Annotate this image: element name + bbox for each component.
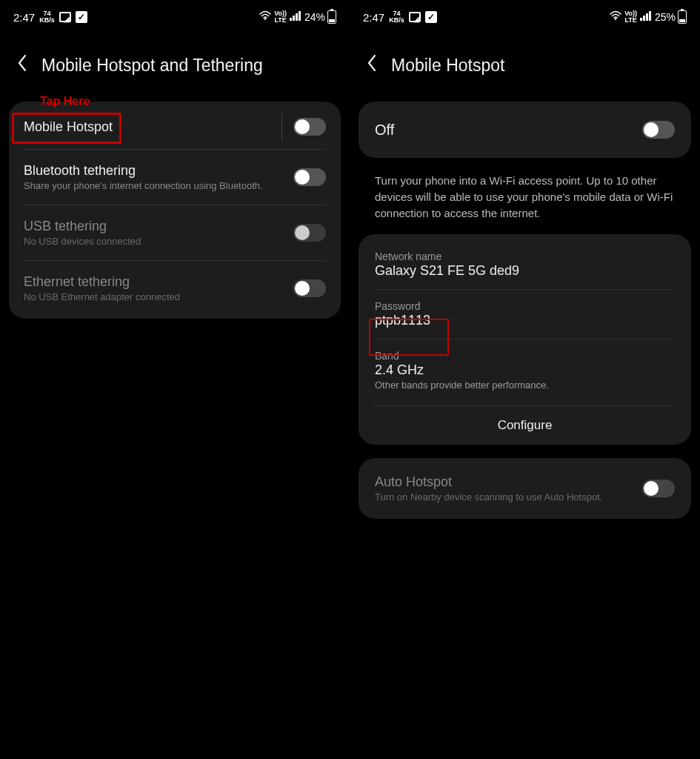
svg-rect-2 — [293, 16, 295, 21]
auto-hotspot-title: Auto Hotspot — [375, 474, 642, 490]
toggle-hotspot[interactable] — [642, 121, 675, 139]
row-title: USB tethering — [24, 219, 293, 234]
status-time: 2:47 — [363, 11, 384, 24]
image-icon — [59, 12, 71, 22]
network-card: Network name Galaxy S21 FE 5G ded9 Passw… — [359, 234, 691, 445]
row-mobile-hotspot[interactable]: Mobile Hotspot — [24, 105, 326, 150]
hotspot-toggle-card: Off — [359, 102, 691, 158]
svg-rect-6 — [640, 18, 642, 21]
check-icon: ✓ — [76, 11, 87, 23]
battery-percent: 25% — [655, 11, 676, 23]
svg-rect-4 — [299, 11, 301, 21]
settings-card: Mobile Hotspot Bluetooth tethering Share… — [9, 102, 341, 319]
band-value: 2.4 GHz — [375, 362, 675, 378]
configure-button[interactable]: Configure — [375, 405, 675, 437]
svg-point-5 — [615, 18, 616, 19]
status-time: 2:47 — [13, 11, 35, 24]
page-title: Mobile Hotspot — [391, 56, 504, 76]
row-hotspot-off[interactable]: Off — [375, 107, 675, 152]
page-header: Mobile Hotspot — [359, 28, 691, 102]
status-bar: 2:47 74 KB/s ✓ Vo)) LTE 25% — [359, 6, 691, 28]
status-data-rate: 74 KB/s — [389, 10, 404, 24]
wifi-icon — [610, 10, 621, 24]
hotspot-state-label: Off — [375, 122, 394, 139]
page-header: Mobile Hotspot and Tethering — [9, 28, 341, 102]
row-ethernet-tethering: Ethernet tethering No USB Ethernet adapt… — [24, 261, 326, 316]
row-sub: Share your phone's internet connection u… — [24, 180, 293, 191]
toggle-usb-tethering — [293, 224, 326, 242]
row-usb-tethering: USB tethering No USB devices connected — [24, 205, 326, 261]
network-name-value: Galaxy S21 FE 5G ded9 — [375, 263, 675, 279]
check-icon: ✓ — [425, 11, 437, 23]
svg-rect-9 — [649, 11, 651, 21]
toggle-auto-hotspot[interactable] — [642, 480, 675, 497]
annotation-tap-here: Tap Here — [40, 95, 90, 108]
svg-point-0 — [264, 18, 266, 19]
auto-hotspot-card: Auto Hotspot Turn on Nearby device scann… — [359, 458, 691, 519]
battery-icon — [327, 10, 336, 24]
status-bar: 2:47 74 KB/s ✓ Vo)) LTE 24% — [9, 6, 341, 28]
row-sub: No USB devices connected — [24, 236, 293, 247]
field-password[interactable]: Password ptpb1113 — [375, 290, 675, 339]
phone-panel-left: Tap Here 2:47 74 KB/s ✓ Vo)) LTE 24% — [0, 0, 350, 759]
battery-percent: 24% — [304, 11, 325, 23]
toggle-mobile-hotspot[interactable] — [293, 118, 326, 136]
hotspot-description: Turn your phone into a Wi-Fi access poin… — [359, 171, 691, 234]
lte-icon: Vo)) LTE — [624, 10, 637, 24]
svg-rect-8 — [646, 13, 648, 21]
field-band[interactable]: Band 2.4 GHz Other bands provide better … — [375, 339, 675, 401]
wifi-icon — [259, 10, 271, 24]
row-title: Mobile Hotspot — [24, 119, 293, 135]
battery-icon — [678, 10, 687, 24]
auto-hotspot-sub: Turn on Nearby device scanning to use Au… — [375, 491, 642, 503]
network-name-label: Network name — [375, 251, 675, 262]
row-title: Bluetooth tethering — [24, 163, 293, 179]
signal-icon — [290, 11, 301, 23]
password-value: ptpb1113 — [375, 313, 675, 328]
field-network-name[interactable]: Network name Galaxy S21 FE 5G ded9 — [375, 248, 675, 290]
toggle-bluetooth-tethering[interactable] — [293, 168, 326, 186]
back-icon[interactable] — [16, 53, 28, 78]
signal-icon — [640, 11, 652, 23]
band-label: Band — [375, 350, 675, 362]
lte-icon: Vo)) LTE — [274, 10, 287, 24]
row-title: Ethernet tethering — [24, 274, 293, 290]
toggle-ethernet-tethering — [293, 279, 326, 297]
svg-rect-7 — [643, 16, 645, 21]
row-auto-hotspot[interactable]: Auto Hotspot Turn on Nearby device scann… — [375, 461, 675, 516]
row-bluetooth-tethering[interactable]: Bluetooth tethering Share your phone's i… — [24, 150, 326, 205]
phone-panel-right: 2:47 74 KB/s ✓ Vo)) LTE 25% — [350, 0, 700, 759]
svg-rect-3 — [296, 13, 298, 21]
page-title: Mobile Hotspot and Tethering — [41, 56, 263, 76]
status-data-rate: 74 KB/s — [39, 10, 55, 24]
row-sub: No USB Ethernet adapter connected — [24, 291, 293, 302]
password-label: Password — [375, 300, 675, 312]
band-note: Other bands provide better performance. — [375, 380, 675, 391]
image-icon — [409, 12, 421, 22]
back-icon[interactable] — [366, 53, 378, 78]
svg-rect-1 — [290, 18, 292, 21]
